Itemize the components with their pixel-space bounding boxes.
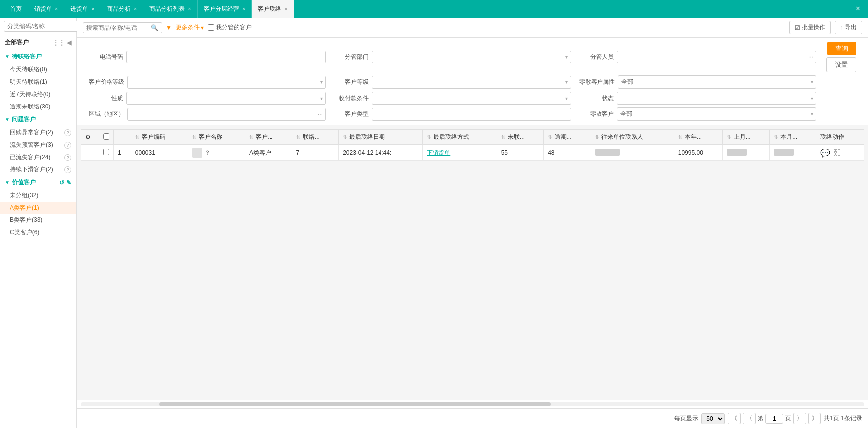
row-overdue: 48 [544,145,591,161]
col-contact-count: ⇅ 联络... [292,130,339,145]
action-link-icon[interactable]: ⛓ [833,148,841,158]
region-input[interactable]: ··· [127,108,326,121]
page-size-select[interactable]: 50 [701,413,725,424]
col-code: ⇅ 客户编码 [131,130,188,145]
phone-input[interactable] [126,51,326,63]
filter-cell-region: 区域（地区） ··· [85,108,330,121]
sort-code-icon: ⇅ [135,134,139,140]
select-all-checkbox[interactable] [103,133,109,140]
last-method-link[interactable]: 下销货单 [427,149,450,156]
my-customers-checkbox-label[interactable]: 我分管的客户 [208,23,252,32]
col-index [114,130,131,145]
col-no-contact: ⇅ 未联... [497,130,544,145]
scrollbar-thumb[interactable] [159,402,551,406]
sidebar-collapse-icon[interactable]: ◀ [67,39,71,46]
close-customer-mgmt-tab[interactable]: × [242,6,245,12]
sidebar-item-churned[interactable]: 已流失客户(24) ? [0,151,76,163]
col-action: 联络动作 [816,130,864,145]
person-input[interactable]: ··· [617,51,816,63]
filter-cell-payment: 收付款条件 ▾ [330,92,575,105]
sidebar-item-b-class[interactable]: B类客户(33) [0,214,76,226]
setting-button[interactable]: 设置 [826,57,856,72]
query-button[interactable]: 查询 [827,42,856,55]
customer-grade-input[interactable]: ▾ [372,76,571,89]
gear-icon[interactable]: ⚙ [85,134,91,141]
nav-tab-home[interactable]: 首页 [4,0,28,18]
retail-customer-input[interactable]: 全部 ▾ [617,107,816,121]
nature-label: 性质 [89,94,123,103]
sidebar-problem-label[interactable]: ▼ 问题客户 [0,113,76,126]
sidebar-pending-label[interactable]: ▼ 待联络客户 [0,50,76,63]
col-current-month: ⇅ 本月... [769,130,816,145]
close-analysis-list-tab[interactable]: × [188,6,191,12]
row-name: ？ [188,145,245,161]
company-contact-placeholder [595,149,620,156]
nav-tab-analysis-list[interactable]: 商品分析列表 × [143,0,197,18]
sidebar-item-repurchase-abnormal[interactable]: 回购异常客户(2) ? [0,126,76,139]
sidebar-item-7days[interactable]: 近7天待联络(0) [0,88,76,101]
filter-search-box[interactable]: 🔍 [83,22,162,33]
horizontal-scrollbar[interactable] [81,402,864,406]
sidebar-item-today[interactable]: 今天待联络(0) [0,63,76,76]
filter-search-icon[interactable]: 🔍 [151,24,158,31]
nav-tab-analysis[interactable]: 商品分析 × [101,0,143,18]
refresh-icon[interactable]: ↺ [59,179,64,186]
sidebar: 🔍 全部客户 ⋮⋮ ◀ ▼ 待联络客户 今天待联络(0) 明天待联络(1) 近7… [0,18,77,428]
last-page-button[interactable]: 》 [808,413,821,424]
sidebar-all-customers[interactable]: 全部客户 ⋮⋮ ◀ [0,35,76,50]
price-grade-dropdown-icon: ▾ [320,79,323,85]
row-select-checkbox[interactable] [103,149,109,155]
close-all-tabs[interactable]: × [852,4,864,13]
value-arrow-icon: ▼ [5,180,10,185]
sidebar-search-input[interactable] [4,21,85,32]
nav-tab-customer-contact[interactable]: 客户联络 × [252,0,294,18]
sidebar-item-c-class[interactable]: C类客户(6) [0,226,76,239]
payment-dropdown-icon: ▾ [565,96,568,101]
sidebar-item-churn-warning[interactable]: 流失预警客户(3) ? [0,139,76,151]
dept-input[interactable]: ▾ [372,51,571,63]
price-grade-input[interactable]: ▾ [127,76,326,89]
batch-operation-button[interactable]: ☑ 批量操作 [789,21,831,34]
sidebar-item-a-class[interactable]: A类客户(1) [0,202,76,214]
page-number-input[interactable] [765,414,783,424]
first-page-button[interactable]: 《 [728,413,741,424]
dept-label: 分管部门 [334,53,369,61]
table-row: 1 000031 ？ A类客户 7 2023-04-12 14:44: [81,145,864,161]
close-purchase-tab[interactable]: × [91,6,94,12]
close-customer-contact-tab[interactable]: × [284,6,287,12]
action-message-icon[interactable]: 💬 [820,148,830,158]
sidebar-item-overdue[interactable]: 逾期未联络(30) [0,101,76,113]
filter-search-input[interactable] [86,24,151,31]
prev-page-button[interactable]: 〈 [743,413,756,424]
last-month-placeholder [727,149,747,156]
row-code: 000031 [131,145,188,161]
sort-current-year-icon: ⇅ [678,134,682,140]
close-analysis-tab[interactable]: × [134,6,137,12]
close-sales-tab[interactable]: × [55,6,58,12]
nature-input[interactable]: ▾ [126,92,326,105]
sidebar-item-declining[interactable]: 持续下滑客户(2) ? [0,163,76,176]
sidebar-item-unclassified[interactable]: 未分组(32) [0,189,76,202]
customer-avatar [192,148,202,158]
export-button[interactable]: ↑ 导出 [835,21,862,34]
page-navigation: 《 〈 第 页 〉 》 [728,413,821,424]
sidebar-value-label[interactable]: ▼ 价值客户 ↺ ✎ [0,176,76,189]
nav-tab-sales[interactable]: 销货单 × [28,0,64,18]
nav-tab-purchase[interactable]: 进货单 × [64,0,101,18]
sidebar-item-tomorrow[interactable]: 明天待联络(1) [0,76,76,88]
more-conditions-button[interactable]: 更多条件 ▾ [176,23,204,32]
nav-tab-customer-mgmt[interactable]: 客户分层经营 × [198,0,252,18]
filter-row-4: 区域（地区） ··· 客户类型 零散客户 全部 ▾ [85,107,860,121]
status-input[interactable]: ▾ [617,92,816,105]
customer-type-input[interactable] [372,108,571,121]
info-icon-0: ? [64,129,71,136]
row-no-contact: 55 [497,145,544,161]
next-page-button[interactable]: 〉 [793,413,806,424]
edit-icon[interactable]: ✎ [66,179,71,186]
my-customers-checkbox[interactable] [208,24,214,31]
payment-input[interactable]: ▾ [372,92,571,105]
retail-attr-input[interactable]: 全部 ▾ [618,75,816,89]
row-company-contact [591,145,674,161]
customer-grade-label: 客户等级 [334,78,369,86]
sort-last-method-icon: ⇅ [427,134,431,140]
